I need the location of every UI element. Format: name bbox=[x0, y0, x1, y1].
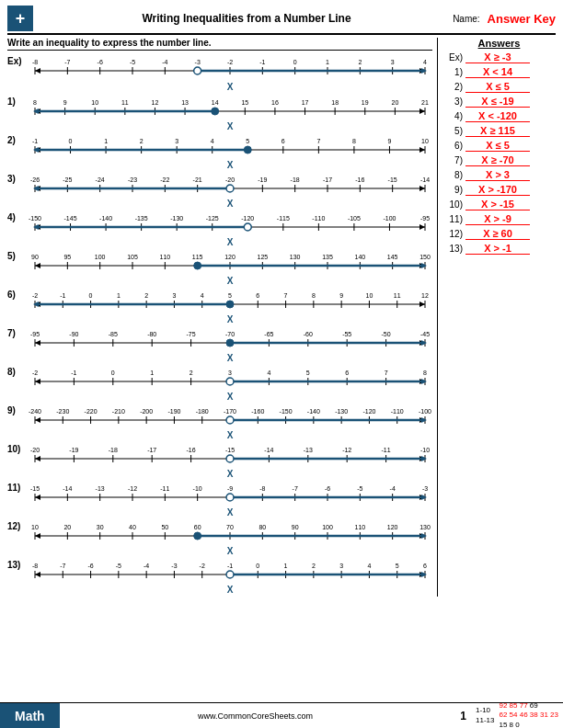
answer-row-3: 3) X ≤ -19 bbox=[442, 96, 556, 108]
number-line-9: -240-230-220-210-200-190-180-170-160-150… bbox=[28, 404, 432, 433]
footer-scores: 92 85 77 69 62 54 46 38 31 23 15 8 0 bbox=[499, 701, 558, 728]
svg-text:-5: -5 bbox=[130, 59, 135, 65]
svg-text:20: 20 bbox=[391, 99, 398, 106]
number-line-13: -8-7-6-5-4-3-2-10123456 bbox=[28, 558, 432, 587]
svg-text:90: 90 bbox=[292, 524, 299, 530]
svg-text:6: 6 bbox=[256, 292, 259, 299]
answer-val-2: X ≤ 5 bbox=[465, 81, 530, 93]
svg-text:-6: -6 bbox=[325, 485, 330, 492]
svg-text:-2: -2 bbox=[32, 292, 38, 299]
answer-num-9: 9) bbox=[442, 185, 463, 195]
svg-point-127 bbox=[226, 185, 234, 192]
problem-label-6: 6) bbox=[7, 290, 16, 300]
number-line-2: -1012345678910 bbox=[28, 133, 432, 163]
example-answer: X ≥ -3 bbox=[465, 51, 530, 63]
svg-text:1: 1 bbox=[150, 370, 154, 376]
number-line-svg: -150-145-140-135-130-125-120-115-110-105… bbox=[28, 210, 432, 238]
number-line-svg: -26-25-24-23-22-21-20-19-18-17-16-15-14 bbox=[28, 172, 432, 199]
svg-text:3: 3 bbox=[391, 59, 395, 65]
svg-text:-23: -23 bbox=[128, 176, 137, 183]
svg-text:-3: -3 bbox=[195, 59, 201, 65]
svg-text:-150: -150 bbox=[29, 215, 41, 222]
answer-val-7: X ≥ -70 bbox=[465, 154, 530, 166]
svg-text:0: 0 bbox=[256, 563, 259, 569]
svg-text:-5: -5 bbox=[116, 563, 121, 569]
svg-text:-6: -6 bbox=[98, 59, 103, 65]
svg-text:10: 10 bbox=[31, 524, 39, 530]
answer-num-3: 3) bbox=[442, 97, 463, 107]
problem-label-5: 5) bbox=[7, 251, 16, 261]
svg-text:8: 8 bbox=[352, 138, 356, 144]
svg-text:8: 8 bbox=[312, 292, 316, 299]
answer-val-4: X < -120 bbox=[465, 110, 530, 122]
svg-text:-1: -1 bbox=[259, 59, 265, 65]
svg-text:-16: -16 bbox=[355, 176, 364, 183]
svg-text:-230: -230 bbox=[56, 408, 69, 415]
answer-num-4: 4) bbox=[442, 111, 463, 121]
svg-text:-95: -95 bbox=[420, 215, 430, 222]
svg-text:-18: -18 bbox=[291, 176, 300, 183]
svg-text:-17: -17 bbox=[147, 447, 156, 453]
problem-label-7: 7) bbox=[7, 328, 16, 338]
footer-stats: 1-10 11-13 bbox=[476, 706, 494, 725]
svg-marker-94 bbox=[33, 147, 39, 153]
svg-text:-140: -140 bbox=[307, 408, 320, 415]
svg-text:130: 130 bbox=[290, 254, 301, 260]
svg-marker-130 bbox=[419, 224, 425, 230]
svg-text:40: 40 bbox=[129, 524, 136, 530]
answer-val-9: X > -170 bbox=[465, 184, 530, 196]
svg-text:-5: -5 bbox=[357, 485, 362, 492]
number-line-svg: -8-7-6-5-4-3-2-101234 bbox=[28, 54, 432, 82]
svg-text:-15: -15 bbox=[225, 447, 235, 453]
svg-text:100: 100 bbox=[322, 524, 333, 530]
answer-num-5: 5) bbox=[442, 126, 463, 136]
svg-text:60: 60 bbox=[194, 524, 201, 530]
answer-val-3: X ≤ -19 bbox=[465, 96, 530, 108]
svg-text:-170: -170 bbox=[224, 408, 236, 415]
svg-text:-14: -14 bbox=[63, 485, 72, 492]
footer-page: 1 bbox=[460, 710, 466, 722]
svg-text:-1: -1 bbox=[71, 370, 76, 376]
svg-point-345 bbox=[226, 455, 234, 462]
svg-text:5: 5 bbox=[228, 292, 232, 299]
svg-text:14: 14 bbox=[212, 99, 219, 106]
answer-row-2: 2) X ≤ 5 bbox=[442, 81, 556, 93]
problem-label-13: 13) bbox=[7, 560, 20, 570]
svg-text:-100: -100 bbox=[383, 215, 396, 222]
svg-point-409 bbox=[194, 532, 201, 540]
svg-marker-344 bbox=[421, 456, 427, 461]
svg-text:-8: -8 bbox=[32, 59, 38, 65]
svg-text:-190: -190 bbox=[167, 408, 180, 415]
svg-text:-24: -24 bbox=[96, 176, 105, 183]
answer-row-11: 11) X > -9 bbox=[442, 213, 556, 225]
svg-text:-22: -22 bbox=[160, 176, 169, 183]
svg-text:18: 18 bbox=[331, 99, 339, 106]
svg-marker-126 bbox=[33, 186, 39, 191]
svg-text:-19: -19 bbox=[258, 176, 267, 183]
score-line1: 92 85 77 69 bbox=[499, 701, 558, 711]
svg-text:7: 7 bbox=[385, 370, 388, 376]
svg-text:3: 3 bbox=[175, 138, 178, 144]
svg-marker-68 bbox=[419, 147, 425, 153]
problem-label-10: 10) bbox=[7, 444, 20, 454]
svg-text:7: 7 bbox=[284, 292, 288, 299]
svg-marker-188 bbox=[421, 263, 427, 268]
svg-text:2: 2 bbox=[144, 292, 148, 299]
svg-point-225 bbox=[226, 301, 234, 308]
svg-text:140: 140 bbox=[354, 254, 365, 260]
svg-marker-159 bbox=[35, 263, 40, 268]
svg-point-95 bbox=[244, 146, 251, 154]
svg-marker-379 bbox=[35, 533, 40, 539]
svg-text:-26: -26 bbox=[30, 176, 40, 183]
score-line2: 62 54 46 38 31 23 bbox=[499, 711, 558, 720]
answer-num-13: 13) bbox=[442, 244, 463, 254]
svg-text:110: 110 bbox=[159, 254, 170, 260]
svg-text:-20: -20 bbox=[225, 176, 235, 183]
svg-text:7: 7 bbox=[316, 138, 320, 144]
svg-text:6: 6 bbox=[423, 563, 427, 569]
svg-text:-16: -16 bbox=[187, 447, 196, 453]
number-line-5: 9095100105110115120125130135140145150 bbox=[28, 249, 432, 279]
svg-text:-1: -1 bbox=[227, 563, 233, 569]
answer-num-10: 10) bbox=[442, 199, 463, 210]
number-line-svg: -95-90-85-80-75-70-65-60-55-50-45 bbox=[28, 326, 432, 354]
